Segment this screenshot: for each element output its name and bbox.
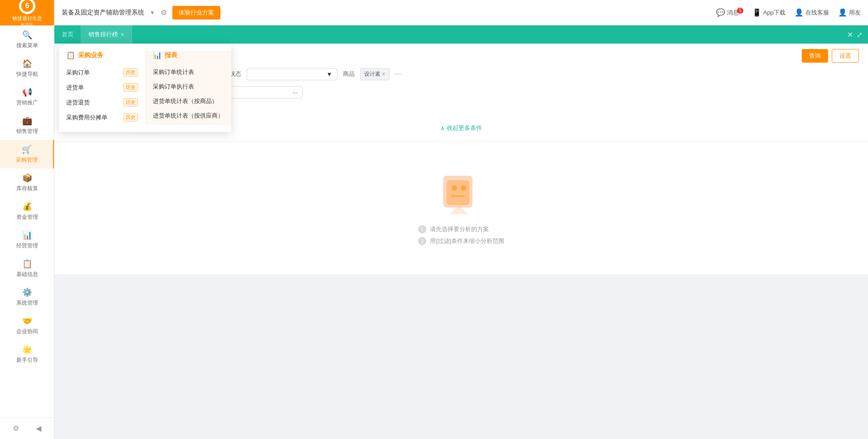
- goods-label: 商品: [343, 70, 355, 78]
- sidebar-item-basic-info[interactable]: 📋 基础信息: [0, 254, 54, 283]
- goods-receipt-item[interactable]: 进货单 历史: [66, 80, 138, 95]
- collapse-icon: ∧: [440, 125, 445, 132]
- svg-point-4: [452, 185, 457, 191]
- logo-text: 畅捷通好生意: [12, 15, 42, 22]
- tab-home[interactable]: 首页: [54, 25, 81, 44]
- purchase-icon: 🛒: [22, 144, 32, 154]
- user-btn[interactable]: 👤 用友: [838, 8, 861, 17]
- sidebar-item-operations[interactable]: 📊 经营管理: [0, 226, 54, 254]
- header: 装备及固定资产辅助管理系统 ▼ ⚙ 体验行业方案 💬 消息 5 📱 App下载 …: [54, 0, 868, 25]
- goods-tag-text: 设计素: [364, 70, 380, 78]
- service-icon: 👤: [795, 8, 804, 17]
- empty-step-2: 2 用[过滤]条件来缩小分析范围: [418, 235, 504, 247]
- sidebar-item-label: 库存核算: [16, 185, 38, 192]
- step2-text: 用[过滤]条件来缩小分析范围: [430, 235, 504, 247]
- sidebar-item-search[interactable]: 🔍 搜索菜单: [0, 25, 54, 54]
- app-download-label: App下载: [763, 9, 785, 17]
- sidebar-collapse-btn[interactable]: ◀: [36, 424, 41, 433]
- phone-icon: 📱: [752, 8, 761, 17]
- guide-icon: 🌟: [22, 345, 32, 355]
- business-section-icon: 📋: [66, 51, 75, 59]
- purchase-order-badge: 历史: [123, 68, 138, 77]
- sidebar-footer: ⚙ ◀: [0, 417, 54, 439]
- purchase-business-title: 📋 采购业务: [66, 51, 138, 59]
- step2-num: 2: [418, 237, 426, 245]
- header-dropdown-icon[interactable]: ▼: [150, 10, 155, 16]
- goods-more-btn[interactable]: ···: [395, 70, 401, 78]
- purchase-order-item[interactable]: 采购订单 历史: [66, 65, 138, 80]
- home-icon: 🏠: [22, 59, 32, 69]
- sidebar-item-label: 搜索菜单: [16, 42, 38, 49]
- sidebar-nav: 🔍 搜索菜单 🏠 快捷导航 📢 营销推广 💼 销售管理 🛒 采购管理 📦 库存核…: [0, 25, 54, 417]
- header-right: 💬 消息 5 📱 App下载 👤 在线客服 👤 用友: [716, 8, 861, 17]
- tab-home-label: 首页: [62, 30, 73, 39]
- app-download-btn[interactable]: 📱 App下载: [752, 8, 785, 17]
- sidebar-settings-btn[interactable]: ⚙: [13, 424, 19, 433]
- basic-info-icon: 📋: [22, 259, 32, 269]
- collapse-label: 收起更多条件: [447, 124, 482, 132]
- empty-illustration: [434, 169, 488, 214]
- sidebar-item-marketing[interactable]: 📢 营销推广: [0, 83, 54, 111]
- tab-expand-btn[interactable]: ⤢: [857, 30, 863, 39]
- avatar-icon: 👤: [838, 8, 847, 17]
- step1-num: 1: [418, 225, 426, 233]
- sidebar-item-label: 采购管理: [16, 156, 38, 164]
- receipt-stats-supplier-item[interactable]: 进货单统计表（按供应商）: [153, 109, 224, 123]
- sidebar-item-label: 新手引导: [16, 356, 38, 364]
- empty-area: 1 请先选择要分析的方案 2 用[过滤]条件来缩小分析范围: [54, 142, 868, 274]
- operations-icon: 📊: [22, 230, 32, 240]
- sidebar-item-system[interactable]: ⚙️ 系统管理: [0, 283, 54, 311]
- sidebar-item-finance[interactable]: 💰 资金管理: [0, 197, 54, 226]
- sidebar-item-label: 快捷导航: [16, 70, 38, 78]
- tab-close-btn[interactable]: ✕: [847, 30, 853, 39]
- sales-icon: 💼: [22, 116, 32, 126]
- header-settings-icon[interactable]: ⚙: [161, 8, 167, 17]
- sidebar-item-label: 系统管理: [16, 299, 38, 307]
- sidebar-item-guide[interactable]: 🌟 新手引导: [0, 340, 54, 369]
- goods-tag-close[interactable]: ×: [382, 71, 385, 77]
- marketing-icon: 📢: [22, 87, 32, 97]
- svg-rect-3: [447, 180, 469, 205]
- online-service-btn[interactable]: 👤 在线客服: [795, 8, 829, 17]
- logo-badge: 标准版: [21, 22, 33, 28]
- document-status-select[interactable]: ▼: [247, 68, 337, 80]
- query-btn[interactable]: 查询: [802, 49, 828, 63]
- sidebar-logo: 6 畅捷通好生意 标准版: [0, 0, 54, 25]
- sidebar-item-sales[interactable]: 💼 销售管理: [0, 111, 54, 140]
- receipt-stats-supplier-label: 进货单统计表（按供应商）: [153, 112, 224, 120]
- inventory-icon: 📦: [22, 173, 32, 183]
- purchase-order-label: 采购订单: [66, 69, 90, 77]
- tab-close-icon[interactable]: ×: [121, 31, 124, 38]
- goods-receipt-badge: 历史: [123, 83, 138, 92]
- sidebar-item-inventory[interactable]: 📦 库存核算: [0, 168, 54, 197]
- tab-bar: 首页 销售排行榜 × ✕ ⤢: [54, 25, 868, 44]
- receipt-stats-goods-item[interactable]: 进货单统计表（按商品）: [153, 94, 224, 109]
- sidebar-item-purchase[interactable]: 🛒 采购管理: [0, 140, 54, 168]
- settings-btn[interactable]: 设置: [832, 49, 859, 63]
- collapse-btn[interactable]: ∧ 收起更多条件: [440, 120, 482, 136]
- tab-sales-ranking[interactable]: 销售排行榜 ×: [81, 25, 132, 44]
- purchase-report-section: 📊 报表 采购订单统计表 采购订单执行表 进货单统计表（按商品） 进货单统计表（…: [145, 51, 232, 125]
- empty-step-1: 1 请先选择要分析的方案: [418, 223, 504, 235]
- tab-actions: ✕ ⤢: [842, 25, 868, 44]
- po-exec-item[interactable]: 采购订单执行表: [153, 79, 224, 94]
- sidebar-item-quick-nav[interactable]: 🏠 快捷导航: [0, 54, 54, 83]
- goods-return-item[interactable]: 进货退货 历史: [66, 95, 138, 110]
- po-stats-label: 采购订单统计表: [153, 68, 194, 76]
- salesperson-dots: ···: [293, 89, 297, 96]
- sidebar-item-label: 企业协同: [16, 328, 38, 335]
- purchase-expense-badge: 历史: [123, 113, 138, 122]
- goods-return-badge: 历史: [123, 98, 138, 107]
- purchase-expense-item[interactable]: 采购费用分摊单 历史: [66, 110, 138, 125]
- header-title: 装备及固定资产辅助管理系统: [62, 9, 144, 17]
- svg-point-5: [461, 185, 466, 191]
- messages-btn[interactable]: 💬 消息 5: [716, 8, 743, 17]
- svg-text:6: 6: [25, 2, 29, 10]
- industry-btn[interactable]: 体验行业方案: [172, 6, 220, 20]
- purchase-report-title: 📊 报表: [153, 51, 224, 59]
- po-stats-item[interactable]: 采购订单统计表: [153, 65, 224, 79]
- goods-return-label: 进货退货: [66, 99, 90, 107]
- report-title-text: 报表: [165, 51, 177, 59]
- sidebar-item-enterprise[interactable]: 🤝 企业协同: [0, 311, 54, 340]
- tab-sales-ranking-label: 销售排行榜: [88, 30, 118, 39]
